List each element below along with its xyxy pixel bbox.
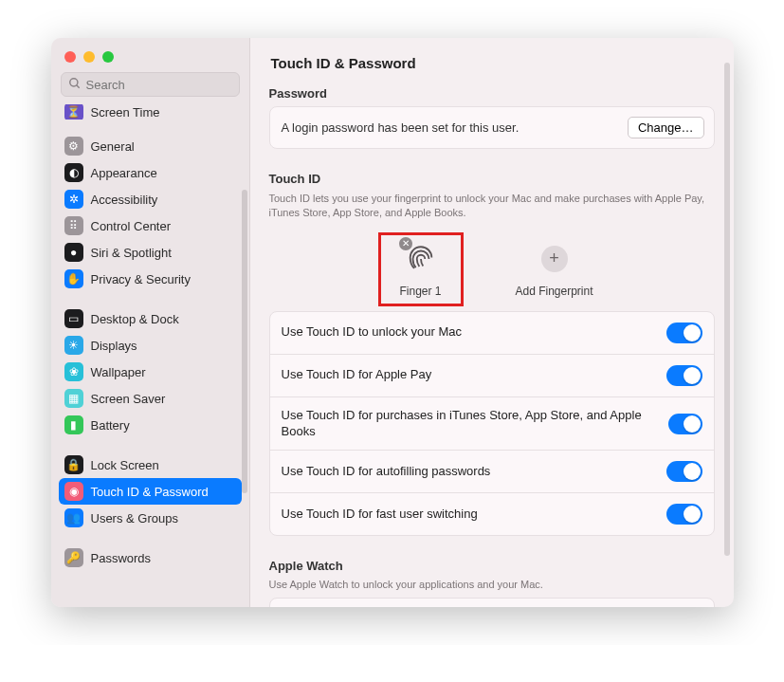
sidebar-item-battery[interactable]: ▮Battery xyxy=(59,412,242,438)
sidebar-item-passwords[interactable]: 🔑Passwords xyxy=(59,544,242,571)
sidebar-item-label: Appearance xyxy=(91,166,157,180)
sidebar-item-desktop-dock[interactable]: ▭Desktop & Dock xyxy=(59,305,242,332)
close-icon[interactable] xyxy=(64,51,76,63)
toggle-label: Use Touch ID for fast user switching xyxy=(282,507,489,523)
sidebar-item-privacy-security[interactable]: ✋Privacy & Security xyxy=(59,266,242,292)
touchid-toggle-row-1: Use Touch ID for Apple Pay xyxy=(270,354,714,396)
sidebar-item-label: Privacy & Security xyxy=(91,272,191,286)
sidebar-item-label: Screen Time xyxy=(91,105,160,120)
desktop-dock-icon: ▭ xyxy=(64,309,83,328)
minimize-icon[interactable] xyxy=(83,51,95,63)
wallpaper-icon: ❀ xyxy=(64,362,83,381)
siri-spotlight-icon: ● xyxy=(64,243,83,262)
toggle-label: Use Touch ID for purchases in iTunes Sto… xyxy=(282,408,668,440)
sidebar-item-general[interactable]: ⚙General xyxy=(59,133,242,159)
sidebar-item-label: Screen Saver xyxy=(91,392,166,406)
window-controls xyxy=(51,38,249,72)
sidebar-item-wallpaper[interactable]: ❀Wallpaper xyxy=(59,359,242,385)
sidebar-item-label: Lock Screen xyxy=(91,458,159,472)
appearance-icon: ◐ xyxy=(64,163,83,182)
toggle-label: Use Touch ID for Apple Pay xyxy=(282,367,444,383)
sidebar-item-label: Control Center xyxy=(91,219,172,233)
search-icon xyxy=(68,77,82,94)
fingerprint-grid: ✕ Finger 1 + Add Fingerprint xyxy=(269,231,715,311)
lock-screen-icon: 🔒 xyxy=(64,455,83,474)
toggle-label: Use Touch ID to unlock your Mac xyxy=(282,324,474,341)
page-title: Touch ID & Password xyxy=(250,38,734,86)
plus-icon: + xyxy=(541,246,568,272)
sidebar-item-appearance[interactable]: ◐Appearance xyxy=(59,159,242,186)
sidebar-item-siri-spotlight[interactable]: ●Siri & Spotlight xyxy=(59,239,242,266)
main-scrollbar[interactable] xyxy=(724,63,730,556)
displays-icon: ☀ xyxy=(64,336,83,355)
svg-line-1 xyxy=(76,85,79,88)
fingerprint-icon: ✕ xyxy=(401,239,441,279)
sidebar-item-screen-time[interactable]: ⏳Screen Time xyxy=(59,104,242,120)
sidebar: ⏳Screen Time ⚙General◐Appearance✲Accessi… xyxy=(51,38,250,607)
passwords-icon: 🔑 xyxy=(64,548,83,567)
sidebar-item-label: Desktop & Dock xyxy=(91,312,179,326)
sidebar-item-label: Users & Groups xyxy=(91,511,178,525)
fingerprint-label: Finger 1 xyxy=(399,285,441,298)
password-status: A login password has been set for this u… xyxy=(282,120,520,135)
sidebar-item-label: General xyxy=(91,139,135,154)
fingerprint-finger-1[interactable]: ✕ Finger 1 xyxy=(378,232,464,306)
fullscreen-icon[interactable] xyxy=(102,51,114,63)
sidebar-item-control-center[interactable]: ⠿Control Center xyxy=(59,212,242,239)
sidebar-item-label: Siri & Spotlight xyxy=(91,246,172,260)
sidebar-item-label: Battery xyxy=(91,418,130,433)
sidebar-item-lock-screen[interactable]: 🔒Lock Screen xyxy=(59,452,242,478)
add-fingerprint-label: Add Fingerprint xyxy=(515,285,593,298)
sidebar-item-touch-id-password[interactable]: ◉Touch ID & Password xyxy=(59,478,242,505)
applewatch-heading: Apple Watch xyxy=(269,559,715,573)
change-password-button[interactable]: Change… xyxy=(628,117,704,138)
touchid-toggle-row-0: Use Touch ID to unlock your Mac xyxy=(270,312,714,354)
touchid-toggle-row-3: Use Touch ID for autofilling passwords xyxy=(270,450,714,492)
touchid-toggle-2[interactable] xyxy=(668,414,702,434)
sidebar-item-accessibility[interactable]: ✲Accessibility xyxy=(59,186,242,212)
search-input[interactable] xyxy=(61,72,240,97)
sidebar-item-users-groups[interactable]: 👥Users & Groups xyxy=(59,505,242,531)
add-fingerprint-button[interactable]: + Add Fingerprint xyxy=(512,239,597,298)
sidebar-item-label: Touch ID & Password xyxy=(91,485,209,499)
privacy-security-icon: ✋ xyxy=(64,269,83,288)
touchid-description: Touch ID lets you use your fingerprint t… xyxy=(269,192,715,220)
toggle-label: Use Touch ID for autofilling passwords xyxy=(282,464,502,480)
main-panel: Touch ID & Password Password A login pas… xyxy=(250,38,734,607)
password-heading: Password xyxy=(269,86,715,101)
sidebar-item-screen-saver[interactable]: ▦Screen Saver xyxy=(59,385,242,412)
applewatch-description: Use Apple Watch to unlock your applicati… xyxy=(269,579,715,590)
password-row: A login password has been set for this u… xyxy=(270,107,714,148)
svg-point-0 xyxy=(69,79,77,86)
sidebar-item-label: Wallpaper xyxy=(91,365,146,379)
sidebar-item-label: Accessibility xyxy=(91,193,158,207)
touch-id-password-icon: ◉ xyxy=(64,482,83,501)
users-groups-icon: 👥 xyxy=(64,508,83,527)
sidebar-item-label: Passwords xyxy=(91,551,152,565)
sidebar-item-displays[interactable]: ☀Displays xyxy=(59,332,242,359)
hourglass-icon: ⏳ xyxy=(64,104,83,120)
control-center-icon: ⠿ xyxy=(64,216,83,235)
settings-window: ⏳Screen Time ⚙General◐Appearance✲Accessi… xyxy=(51,38,734,607)
sidebar-item-label: Displays xyxy=(91,339,137,353)
delete-fingerprint-icon[interactable]: ✕ xyxy=(399,237,412,250)
touchid-heading: Touch ID xyxy=(269,172,715,186)
battery-icon: ▮ xyxy=(64,415,83,434)
accessibility-icon: ✲ xyxy=(64,190,83,209)
touchid-toggle-1[interactable] xyxy=(666,365,702,386)
sidebar-scrollbar[interactable] xyxy=(242,190,247,493)
touchid-toggle-row-2: Use Touch ID for purchases in iTunes Sto… xyxy=(270,396,714,451)
general-icon: ⚙ xyxy=(64,137,83,156)
screen-saver-icon: ▦ xyxy=(64,389,83,408)
applewatch-row: Sydney's Apple Watch xyxy=(270,599,714,607)
touchid-toggle-4[interactable] xyxy=(666,504,702,525)
sidebar-list: ⏳Screen Time ⚙General◐Appearance✲Accessi… xyxy=(51,104,249,607)
touchid-toggle-3[interactable] xyxy=(666,461,702,482)
touchid-toggle-0[interactable] xyxy=(666,323,702,343)
touchid-toggle-row-4: Use Touch ID for fast user switching xyxy=(270,492,714,535)
